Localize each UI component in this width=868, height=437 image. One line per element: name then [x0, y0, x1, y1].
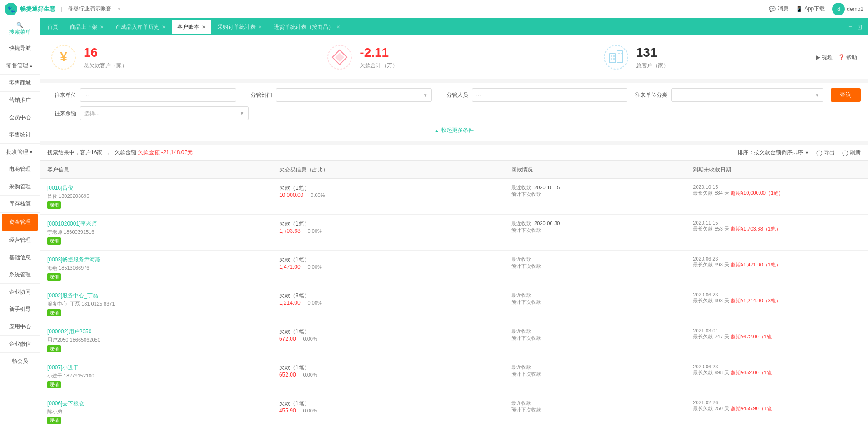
overdue-days-4: 最长欠款 747 天	[693, 334, 731, 339]
customer-name-5[interactable]: [0007]小进干	[47, 364, 79, 371]
sidebar-item-ecommerce[interactable]: 电商管理	[0, 161, 40, 178]
overdue-days-0: 最长欠款 884 天	[693, 190, 731, 196]
sort-select[interactable]: 排序：按欠款金额倒序排序 ▼	[738, 149, 809, 156]
sidebar: 🔍 搜索菜单 快捷导航 零售管理 ▲ 零售商城 营销推广 会员中心 零售统计	[0, 18, 40, 437]
sidebar-item-basic-info[interactable]: 基础信息	[0, 249, 40, 266]
maximize-icon[interactable]: ⊡	[857, 23, 863, 30]
source-unit-label: 往来单位	[47, 91, 76, 99]
overdue-amount-1[interactable]: 超期¥1,703.68（1笔）	[731, 226, 781, 231]
overdue-amount-2[interactable]: 超期¥1,471.00（1笔）	[731, 262, 781, 267]
overdue-amount-0[interactable]: 超期¥10,000.00（1笔）	[731, 190, 783, 196]
cell-return-7: 最近收款 预计下次收款	[504, 430, 686, 437]
tab-product-onoff-label: 商品上下架	[70, 23, 97, 31]
customer-phone-3: 服务中心_丁磊 181 0125 8371	[47, 301, 265, 307]
overdue-info-4: 最长欠款 747 天 超期¥672.00（1笔）	[693, 333, 861, 340]
cell-debt-1: 欠款（1笔） 1,703.68 0.00%	[272, 215, 504, 251]
close-icon[interactable]: ✕	[202, 25, 206, 30]
user-profile[interactable]: d demo2	[832, 3, 863, 15]
tab-home[interactable]: 首页	[42, 20, 64, 34]
help-btn[interactable]: ❓ 帮助	[838, 54, 857, 61]
video-label: 视频	[822, 54, 833, 61]
sidebar-item-inventory[interactable]: 库存核算	[0, 196, 40, 213]
debt-info-2: 1,471.00 0.00%	[279, 264, 497, 270]
balance-select[interactable]: 选择... ▼	[80, 106, 249, 120]
download-icon: 📱	[796, 6, 803, 12]
close-icon[interactable]: ✕	[336, 25, 340, 30]
overdue-amount-3[interactable]: 超期¥1,214.00（3笔）	[731, 298, 781, 303]
table-row: [000001]黄思源 黄思源 13552700226 现销 欠款（1笔） 42…	[40, 430, 868, 437]
result-debt: 欠款金额 欠款金额 -21,148.07元	[115, 149, 193, 156]
search-button[interactable]: 查询	[831, 88, 861, 102]
sidebar-item-retail-manage[interactable]: 零售管理 ▲	[0, 57, 40, 75]
debt-percent-1: 0.00%	[308, 228, 322, 234]
close-icon[interactable]: ✕	[100, 25, 104, 30]
dept-input[interactable]: ▼	[276, 88, 432, 102]
customer-tag-0: 现销	[47, 201, 61, 209]
tab-product-history[interactable]: 产成品入库单历史 ✕	[110, 20, 171, 34]
sidebar-item-wechat[interactable]: 企业微信	[0, 336, 40, 353]
tab-product-onoff[interactable]: 商品上下架 ✕	[65, 20, 109, 34]
sidebar-item-collaboration[interactable]: 企业协同	[0, 284, 40, 301]
debt-customer-count: 16	[84, 45, 127, 60]
app-download-action[interactable]: 📱 App下载	[796, 5, 825, 13]
tab-purchase-stats[interactable]: 采购订单统计表 ✕	[212, 20, 267, 34]
customer-name-6[interactable]: [0006]去下粮仓	[47, 400, 84, 407]
sidebar-item-operations[interactable]: 经营管理	[0, 232, 40, 249]
predict-payment-3: 预计下次收款	[511, 299, 679, 306]
sidebar-item-purchase[interactable]: 采购管理	[0, 178, 40, 196]
recent-date-0: 2020-10-15	[534, 185, 560, 190]
tab-customer-ledger[interactable]: 客户账本 ✕	[172, 20, 211, 34]
tab-purchase-stats-product[interactable]: 进货单统计表（按商品） ✕	[268, 20, 346, 34]
debt-percent-6: 0.00%	[303, 408, 317, 413]
sidebar-item-retail-stats[interactable]: 零售统计	[0, 126, 40, 144]
cell-due-7: 2020.12.30 最长欠款 808 天 超期¥429.00（1笔）	[686, 430, 868, 437]
export-button[interactable]: ◯ 导出	[816, 149, 835, 156]
app-title: 畅捷通好生意	[20, 5, 55, 13]
customer-name-0[interactable]: [0016]吕俊	[47, 185, 73, 191]
purchase-label: 采购管理	[9, 183, 31, 190]
cell-debt-7: 欠款（1笔） 429.00 0.00%	[272, 430, 504, 437]
unit-category-input[interactable]: ▼	[671, 88, 823, 102]
sidebar-search[interactable]: 🔍 搜索菜单	[0, 18, 40, 40]
sidebar-item-member-plus[interactable]: 畅会员	[0, 353, 40, 370]
sidebar-item-marketing[interactable]: 营销推广	[0, 92, 40, 109]
sidebar-item-system[interactable]: 系统管理	[0, 266, 40, 284]
overdue-amount-5[interactable]: 超期¥652.00（1笔）	[731, 370, 777, 375]
sidebar-item-app-center[interactable]: 应用中心	[0, 318, 40, 336]
sort-label: 排序：按欠款金额倒序排序	[738, 149, 803, 156]
sidebar-item-retail-mall[interactable]: 零售商城	[0, 75, 40, 92]
source-unit-input[interactable]: ···	[80, 88, 236, 102]
debt-amount-display: 欠款金额 -21,148.07元	[138, 149, 193, 156]
close-icon[interactable]: ✕	[258, 25, 262, 30]
customer-name-2[interactable]: [0003]畅捷服务尹海燕	[47, 256, 100, 263]
message-action[interactable]: 💬 消息	[769, 5, 788, 13]
member-label: 会员中心	[9, 114, 31, 121]
sidebar-item-finance[interactable]: 资金管理	[2, 214, 38, 231]
manager-input[interactable]: ···	[472, 88, 628, 102]
predict-payment-6: 预计下次收款	[511, 407, 679, 413]
customer-name-1[interactable]: [0001020001]李老师	[47, 221, 97, 227]
sidebar-item-quick-nav[interactable]: 快捷导航	[0, 40, 40, 57]
result-bar: 搜索结果中，客户16家 ， 欠款金额 欠款金额 -21,148.07元 排序：按…	[40, 145, 868, 161]
diamond-icon	[327, 45, 352, 70]
overdue-amount-4[interactable]: 超期¥672.00（1笔）	[731, 334, 777, 339]
table-row: [0002]服务中心_丁磊 服务中心_丁磊 181 0125 8371 现销 欠…	[40, 286, 868, 322]
arrow-down-icon: ▲	[29, 64, 33, 68]
video-btn[interactable]: ▶ 视频	[816, 54, 833, 61]
sidebar-item-guide[interactable]: 新手引导	[0, 301, 40, 318]
close-icon[interactable]: ✕	[162, 25, 166, 30]
retail-stats-label: 零售统计	[9, 131, 31, 138]
customer-name-4[interactable]: [000002]用户2050	[47, 328, 91, 335]
overdue-amount-6[interactable]: 超期¥455.90（1笔）	[731, 406, 777, 411]
sidebar-item-wholesale[interactable]: 批发管理 ▼	[0, 144, 40, 161]
top-bar-left: 🐾 畅捷通好生意 | 母婴行业演示账套 ▼	[5, 3, 121, 15]
debt-count-3: 欠款（3笔）	[279, 292, 497, 300]
collapse-row[interactable]: ▲ 收起更多条件	[47, 125, 861, 136]
table-row: [0006]去下粮仓 陈小弟 现销 欠款（1笔） 455.90 0.00% 最近…	[40, 394, 868, 430]
refresh-button[interactable]: ◯ 刷新	[842, 149, 861, 156]
svg-marker-4	[335, 53, 344, 62]
debt-customer-label: 总欠款客户（家）	[84, 62, 127, 70]
minimize-icon[interactable]: －	[847, 23, 853, 31]
sidebar-item-member[interactable]: 会员中心	[0, 109, 40, 126]
customer-name-3[interactable]: [0002]服务中心_丁磊	[47, 292, 98, 299]
